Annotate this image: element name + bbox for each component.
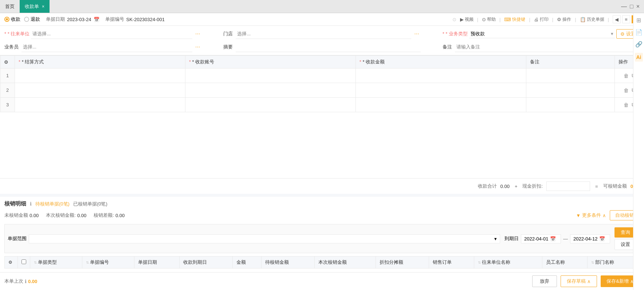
delete-row-3-icon[interactable]: 🗑 — [624, 102, 629, 108]
bill-no-info: 单据编号 SK-20230324-001 — [105, 16, 165, 23]
account-cell-3[interactable] — [185, 98, 356, 112]
due-col-header: 收款到期日 — [179, 256, 232, 269]
form-section: * * 往来单位 ··· 门店 ··· * * 业务类型 预收款 ▾ — [0, 26, 644, 55]
type-col-header: ⇅ 单据类型 — [30, 256, 82, 269]
counterpart-field: * * 往来单位 ··· — [4, 29, 201, 39]
history-icon: 📋 — [580, 17, 586, 22]
pending-tab[interactable]: 待核销单据(0笔) — [35, 201, 70, 207]
save-draft-button[interactable]: 保存草稿 ∧ — [561, 275, 597, 287]
available-label: 可核销金额 — [603, 183, 627, 189]
discount-input[interactable] — [546, 181, 590, 191]
remark-input[interactable] — [455, 42, 640, 52]
settlement-cell-3[interactable] — [15, 98, 185, 112]
abandon-button[interactable]: 放弃 — [532, 275, 557, 287]
bill-no-label: 单据编号 — [105, 16, 124, 23]
date-separator: — — [563, 236, 568, 242]
delete-row-2-icon[interactable]: 🗑 — [624, 87, 629, 93]
radio-refund[interactable]: 退款 — [24, 16, 40, 23]
delete-row-1-icon[interactable]: 🗑 — [624, 73, 629, 79]
tab-home[interactable]: 首页 — [0, 0, 20, 13]
checkbox-col-header[interactable] — [18, 256, 30, 269]
remark-label: 备注 — [443, 44, 452, 50]
store-input[interactable] — [236, 29, 411, 39]
maximize-button[interactable]: □ — [630, 3, 633, 10]
business-type-label: * * 业务类型 — [443, 31, 468, 37]
current-col-header: 本次核销金额 — [315, 256, 376, 269]
remark-cell-2[interactable] — [526, 83, 614, 98]
print-icon: 🖨 — [534, 17, 539, 22]
dropdown-arrow-icon: ▾ — [611, 31, 613, 36]
gear-col-header[interactable]: ⚙ — [5, 256, 18, 269]
filter-more-btn[interactable]: ▼ 更多条件 ∧ — [576, 212, 606, 219]
business-type-select[interactable]: 预收款 ▾ — [469, 30, 615, 38]
filter-more-label: 更多条件 — [582, 212, 601, 219]
remark-cell-1[interactable] — [526, 68, 614, 83]
table-row: 2 🗑 ⧉ — [0, 83, 644, 98]
sidebar-table-icon[interactable]: ⊞ — [636, 17, 641, 24]
verify-filter: 单据范围 ▾ 到期日 2022-04-01 📅 — 2022-04-12 📅 — [4, 224, 640, 253]
bottom-bar: 本单上次 ℹ 0.00 放弃 保存草稿 ∧ 保存&新增 ∧ — [0, 272, 644, 290]
sidebar-document-icon[interactable]: 📄 — [635, 29, 643, 36]
table-gear-header[interactable]: ⚙ — [0, 56, 15, 68]
account-cell-1[interactable] — [185, 68, 356, 83]
verify-table: ⚙ ⇅ 单据类型 ⇅ 单据编号 单据日期 收款到期日 金额 待核销金额 本次核销… — [4, 256, 640, 269]
done-tab[interactable]: 已核销单据(0笔) — [73, 201, 107, 207]
operation-label: 操作 — [562, 16, 571, 23]
divider4: | — [529, 17, 530, 22]
summary-input[interactable] — [236, 42, 420, 52]
sidebar-ai-icon[interactable]: Ai — [635, 53, 643, 62]
settlement-cell-2[interactable] — [15, 83, 185, 98]
divider1: ⊙ — [452, 17, 456, 22]
prev-view-btn[interactable]: ◀ — [613, 15, 621, 23]
shortcut-button[interactable]: ⌨ 快捷键 — [504, 16, 525, 23]
operation-button[interactable]: ⚙ 操作 — [557, 16, 571, 23]
close-button[interactable]: × — [636, 3, 640, 10]
remark-cell-3[interactable] — [526, 98, 614, 112]
form-row-1: * * 往来单位 ··· 门店 ··· * * 业务类型 预收款 ▾ — [4, 29, 640, 39]
amount-cell-3[interactable] — [356, 98, 526, 112]
amount-cell-2[interactable] — [356, 83, 526, 98]
account-cell-2[interactable] — [185, 83, 356, 98]
store-more-btn[interactable]: ··· — [413, 31, 420, 37]
date-end-input[interactable]: 2022-04-12 📅 — [570, 234, 610, 243]
history-label: 历史单据 — [587, 16, 604, 23]
chevron-up-icon: ∧ — [602, 213, 606, 218]
verify-info-icon[interactable]: ℹ — [30, 201, 32, 207]
scope-select[interactable]: ▾ — [29, 234, 500, 243]
draft-arrow-icon: ∧ — [587, 279, 591, 284]
pending-col-header: 待核销金额 — [262, 256, 315, 269]
remark-field: 备注 — [443, 42, 640, 52]
print-button[interactable]: 🖨 打印 — [534, 16, 549, 23]
help-label: 帮助 — [487, 16, 496, 23]
filter-icon: ▼ — [576, 213, 581, 218]
select-all-checkbox[interactable] — [21, 259, 26, 264]
divider3: | — [499, 17, 500, 22]
history-button[interactable]: 📋 历史单据 — [580, 16, 604, 23]
sidebar-link-icon[interactable]: 🔗 — [635, 41, 643, 48]
bottom-info-value: 0.00 — [28, 279, 37, 284]
amount-cell-1[interactable] — [356, 68, 526, 83]
business-type-field: * * 业务类型 预收款 ▾ ⚙ 设置 — [443, 29, 640, 39]
calendar-icon[interactable]: 📅 — [94, 17, 99, 22]
radio-receipt[interactable]: 收款 — [4, 16, 20, 23]
tab-bar: 首页 收款单 × — □ × — [0, 0, 644, 13]
tab-receipt[interactable]: 收款单 × — [20, 0, 50, 13]
counterpart-more-btn[interactable]: ··· — [194, 31, 201, 37]
receipt-type-group: 收款 退款 — [4, 16, 40, 23]
help-button[interactable]: ⊙ 帮助 — [482, 16, 496, 23]
divider5: | — [552, 17, 553, 22]
bottom-info: 本单上次 ℹ 0.00 — [4, 278, 37, 285]
minimize-button[interactable]: — — [621, 3, 627, 10]
staff-more-btn[interactable]: ··· — [194, 44, 201, 50]
settlement-cell-1[interactable] — [15, 68, 185, 83]
shortcut-label: 快捷键 — [512, 16, 525, 23]
form-row-2: 业务员 ··· 摘要 备注 — [4, 42, 640, 52]
tab-close-icon[interactable]: × — [42, 4, 44, 9]
date-col-header: 单据日期 — [134, 256, 180, 269]
date-start-input[interactable]: 2022-04-01 📅 — [521, 234, 561, 243]
video-button[interactable]: ▶ 视频 — [460, 16, 474, 23]
counterpart-input[interactable] — [31, 29, 192, 39]
unverified-stat: 未核销金额 0.00 — [4, 212, 39, 219]
staff-input[interactable] — [21, 42, 192, 52]
list-view-btn[interactable]: ≡ — [622, 15, 630, 23]
